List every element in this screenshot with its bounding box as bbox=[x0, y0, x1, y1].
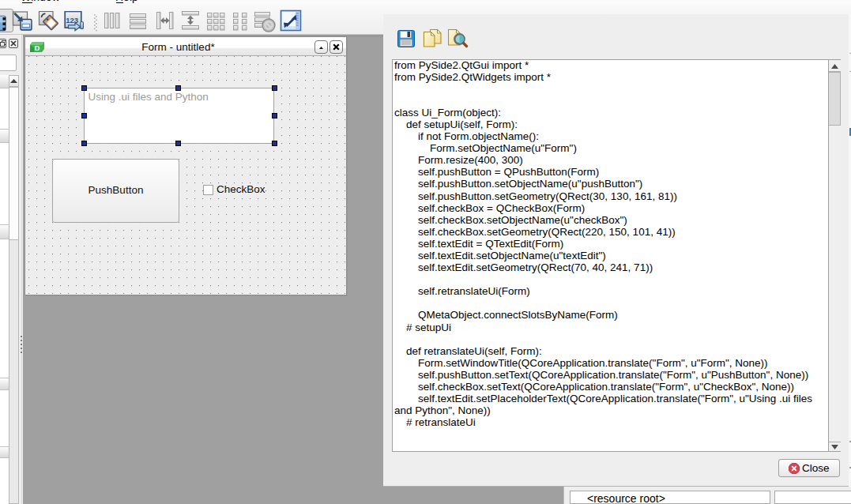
svg-text:123: 123 bbox=[66, 16, 78, 24]
